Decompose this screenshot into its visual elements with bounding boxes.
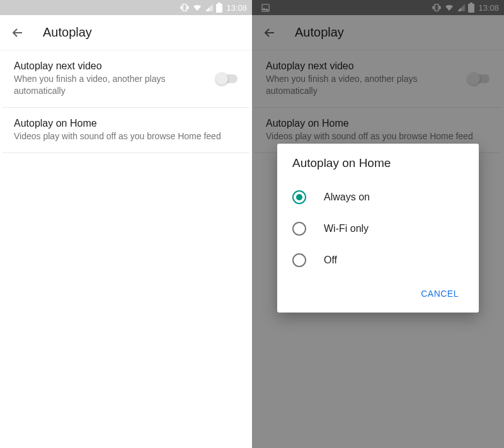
svg-rect-0 (216, 4, 222, 13)
setting-autoplay-home[interactable]: Autoplay on Home Videos play with sound … (3, 108, 249, 153)
setting-title: Autoplay next video (14, 60, 208, 72)
setting-subtitle: Videos play with sound off as you browse… (14, 130, 231, 142)
radio-option-always-on[interactable]: Always on (292, 181, 464, 213)
setting-autoplay-next[interactable]: Autoplay next video When you finish a vi… (3, 50, 249, 108)
setting-text: Autoplay on Home Videos play with sound … (14, 118, 238, 142)
wifi-icon (192, 3, 202, 13)
radio-label: Off (324, 255, 337, 266)
status-bar: 13:08 (0, 0, 252, 15)
screen-left: 13:08 Autoplay Autoplay next video When … (0, 0, 252, 448)
radio-option-wifi-only[interactable]: Wi-Fi only (292, 213, 464, 244)
radio-icon (292, 190, 306, 204)
page-title: Autoplay (43, 25, 92, 40)
toggle-thumb (215, 72, 228, 85)
app-bar: Autoplay (0, 15, 252, 50)
back-icon[interactable] (10, 25, 25, 40)
toggle-autoplay-next[interactable] (215, 72, 238, 85)
dialog-actions: CANCEL (292, 276, 464, 307)
radio-icon (292, 253, 306, 267)
dialog-autoplay-home: Autoplay on Home Always on Wi-Fi only Of… (277, 144, 479, 313)
setting-title: Autoplay on Home (14, 118, 231, 129)
radio-label: Wi-Fi only (324, 223, 369, 234)
radio-option-off[interactable]: Off (292, 244, 464, 276)
screen-right: 13:08 Autoplay Autoplay next video When … (252, 0, 504, 448)
cancel-button[interactable]: CANCEL (416, 284, 464, 304)
signal-icon (205, 3, 214, 12)
setting-subtitle: When you finish a video, another plays a… (14, 73, 208, 97)
setting-text: Autoplay next video When you finish a vi… (14, 60, 215, 97)
radio-icon (292, 222, 306, 236)
svg-rect-1 (218, 3, 220, 4)
dialog-title: Autoplay on Home (292, 156, 464, 170)
radio-label: Always on (324, 192, 370, 203)
vibrate-icon (180, 3, 190, 13)
status-clock: 13:08 (226, 3, 247, 13)
battery-icon (216, 3, 222, 13)
